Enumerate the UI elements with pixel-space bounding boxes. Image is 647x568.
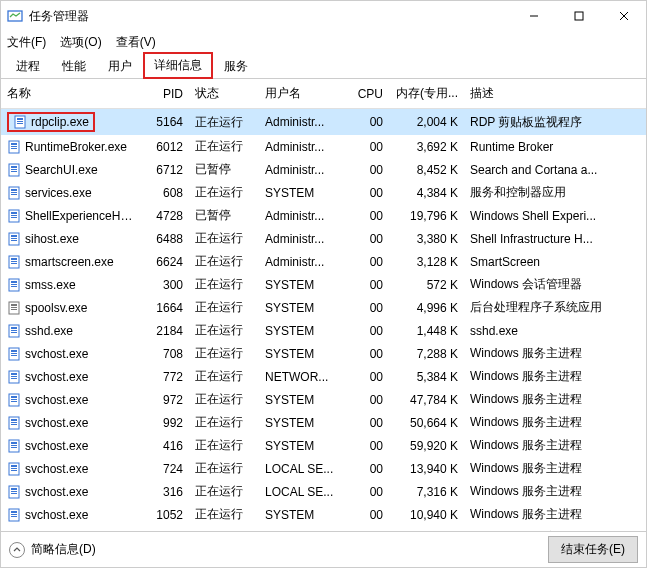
col-name[interactable]: 名称 [1, 79, 139, 109]
tab-2[interactable]: 用户 [97, 53, 143, 79]
cell-user: Administr... [259, 158, 344, 181]
table-row[interactable]: sihost.exe6488正在运行Administr...003,380 KS… [1, 227, 646, 250]
cell-pid: 2184 [139, 319, 189, 342]
svg-rect-47 [11, 353, 17, 354]
col-cpu[interactable]: CPU [344, 79, 389, 109]
svg-rect-10 [11, 143, 17, 145]
close-button[interactable] [601, 1, 646, 31]
col-user[interactable]: 用户名 [259, 79, 344, 109]
tab-0[interactable]: 进程 [5, 53, 51, 79]
svg-rect-50 [11, 373, 17, 375]
svg-rect-64 [11, 447, 17, 448]
cell-cpu: 00 [344, 365, 389, 388]
cell-desc: Runtime Broker [464, 135, 646, 158]
table-row[interactable]: svchost.exe724正在运行LOCAL SE...0013,940 KW… [1, 457, 646, 480]
chevron-up-icon[interactable] [9, 542, 25, 558]
svg-rect-35 [11, 284, 17, 285]
table-row[interactable]: smss.exe300正在运行SYSTEM00572 KWindows 会话管理… [1, 273, 646, 296]
cell-status: 已暂停 [189, 204, 259, 227]
table-row[interactable]: smartscreen.exe6624正在运行Administr...003,1… [1, 250, 646, 273]
cell-cpu: 00 [344, 342, 389, 365]
table-row[interactable]: svchost.exe1052正在运行SYSTEM0010,940 KWindo… [1, 503, 646, 526]
col-pid[interactable]: PID [139, 79, 189, 109]
maximize-button[interactable] [556, 1, 601, 31]
col-mem[interactable]: 内存(专用... [389, 79, 464, 109]
cell-user: Administr... [259, 227, 344, 250]
cell-desc: Windows 服务主进程 [464, 388, 646, 411]
svg-rect-15 [11, 169, 17, 170]
table-row[interactable]: SearchUI.exe6712已暂停Administr...008,452 K… [1, 158, 646, 181]
cell-cpu: 00 [344, 434, 389, 457]
table-row[interactable]: RuntimeBroker.exe6012正在运行Administr...003… [1, 135, 646, 158]
cell-desc: Windows 服务主进程 [464, 434, 646, 457]
table-row[interactable]: spoolsv.exe1664正在运行SYSTEM004,996 K后台处理程序… [1, 296, 646, 319]
svg-rect-31 [11, 261, 17, 262]
table-row[interactable]: svchost.exe416正在运行SYSTEM0059,920 KWindow… [1, 434, 646, 457]
svg-rect-18 [11, 189, 17, 191]
table-row[interactable]: svchost.exe972正在运行SYSTEM0047,784 KWindow… [1, 388, 646, 411]
cell-desc: Windows 会话管理器 [464, 273, 646, 296]
cell-desc: Windows 服务主进程 [464, 411, 646, 434]
cell-desc: 服务和控制器应用 [464, 181, 646, 204]
table-row[interactable]: rdpclip.exe5164正在运行Administr...002,004 K… [1, 109, 646, 136]
app-icon [7, 8, 23, 24]
svg-rect-54 [11, 396, 17, 398]
svg-rect-62 [11, 442, 17, 444]
svg-rect-59 [11, 422, 17, 423]
cell-pid: 6712 [139, 158, 189, 181]
table-row[interactable]: svchost.exe316正在运行LOCAL SE...007,316 KWi… [1, 480, 646, 503]
process-icon [7, 393, 21, 407]
cell-mem: 3,128 K [389, 250, 464, 273]
col-desc[interactable]: 描述 [464, 79, 646, 109]
cell-mem: 47,784 K [389, 388, 464, 411]
process-icon [7, 255, 21, 269]
svg-rect-46 [11, 350, 17, 352]
svg-rect-48 [11, 355, 17, 356]
minimize-button[interactable] [511, 1, 556, 31]
cell-mem: 19,796 K [389, 204, 464, 227]
cell-mem: 5,384 K [389, 365, 464, 388]
table-row[interactable]: svchost.exe992正在运行SYSTEM0050,664 KWindow… [1, 411, 646, 434]
cell-desc: sshd.exe [464, 319, 646, 342]
cell-desc: Shell Infrastructure H... [464, 227, 646, 250]
cell-status: 正在运行 [189, 434, 259, 457]
svg-rect-63 [11, 445, 17, 446]
menu-options[interactable]: 选项(O) [60, 34, 101, 51]
col-status[interactable]: 状态 [189, 79, 259, 109]
cell-mem: 1,448 K [389, 319, 464, 342]
table-row[interactable]: svchost.exe772正在运行NETWOR...005,384 KWind… [1, 365, 646, 388]
tab-3[interactable]: 详细信息 [143, 52, 213, 79]
cell-name: ShellExperienceHo... [1, 204, 139, 227]
menu-view[interactable]: 查看(V) [116, 34, 156, 51]
less-details-button[interactable]: 简略信息(D) [31, 541, 96, 558]
svg-rect-75 [11, 514, 17, 515]
process-icon [7, 439, 21, 453]
cell-pid: 708 [139, 342, 189, 365]
cell-pid: 724 [139, 457, 189, 480]
cell-user: SYSTEM [259, 273, 344, 296]
end-task-button[interactable]: 结束任务(E) [548, 536, 638, 563]
cell-cpu: 00 [344, 296, 389, 319]
svg-rect-26 [11, 235, 17, 237]
table-row[interactable]: svchost.exe708正在运行SYSTEM007,288 KWindows… [1, 342, 646, 365]
table-row[interactable]: ShellExperienceHo...4728已暂停Administr...0… [1, 204, 646, 227]
process-icon [13, 115, 27, 129]
process-table-wrap[interactable]: 名称 PID 状态 用户名 CPU 内存(专用... 描述 rdpclip.ex… [1, 79, 646, 531]
table-row[interactable]: services.exe608正在运行SYSTEM004,384 K服务和控制器… [1, 181, 646, 204]
cell-mem: 2,004 K [389, 109, 464, 136]
cell-cpu: 00 [344, 480, 389, 503]
cell-pid: 316 [139, 480, 189, 503]
cell-user: Administr... [259, 109, 344, 136]
table-row[interactable]: sshd.exe2184正在运行SYSTEM001,448 Ksshd.exe [1, 319, 646, 342]
svg-rect-38 [11, 304, 17, 306]
menu-file[interactable]: 文件(F) [7, 34, 46, 51]
cell-pid: 772 [139, 365, 189, 388]
cell-mem: 3,692 K [389, 135, 464, 158]
svg-rect-11 [11, 146, 17, 147]
footer: 简略信息(D) 结束任务(E) [1, 531, 646, 567]
tab-4[interactable]: 服务 [213, 53, 259, 79]
cell-user: LOCAL SE... [259, 480, 344, 503]
process-icon [7, 416, 21, 430]
tab-1[interactable]: 性能 [51, 53, 97, 79]
svg-rect-42 [11, 327, 17, 329]
